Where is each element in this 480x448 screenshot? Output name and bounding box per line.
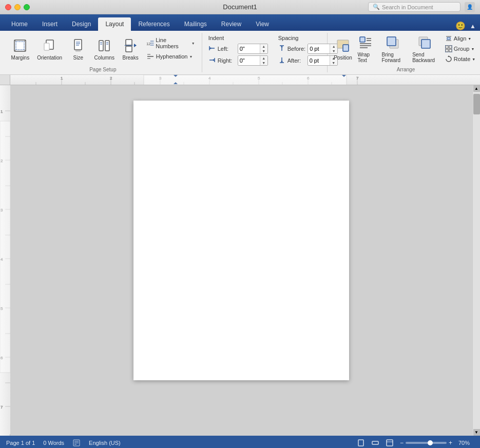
indent-left-up[interactable]: ▲: [260, 44, 267, 49]
word-count-icon[interactable]: [72, 439, 81, 447]
rotate-button[interactable]: Rotate ▼: [443, 54, 478, 64]
line-numbers-button[interactable]: 1 2 Line Numbers ▼: [144, 36, 198, 50]
ruler-horizontal: 1 2 3 4 5 6 7: [10, 75, 480, 85]
tab-insert[interactable]: Insert: [35, 17, 65, 31]
status-bar: Page 1 of 1 0 Words English (US): [0, 436, 480, 448]
margins-button[interactable]: Margins: [8, 36, 32, 62]
toolbar: Home Insert Design Layout References Mai…: [0, 14, 480, 31]
group-button[interactable]: Group ▼: [443, 44, 478, 53]
scroll-thumb[interactable]: [473, 94, 480, 114]
zoom-controls[interactable]: − +: [400, 439, 452, 446]
status-right: − + 70%: [357, 439, 474, 447]
vertical-scrollbar[interactable]: ▲ ▼: [472, 85, 480, 436]
position-button[interactable]: Position: [334, 36, 353, 62]
indent-right-up[interactable]: ▲: [260, 56, 267, 61]
svg-rect-19: [126, 40, 132, 45]
account-icon[interactable]: 👤: [465, 2, 475, 12]
close-button[interactable]: [5, 4, 11, 10]
doc-page: [133, 101, 349, 380]
tab-home[interactable]: Home: [4, 17, 35, 31]
line-numbers-arrow: ▼: [191, 42, 195, 45]
search-bar[interactable]: 🔍 Search in Document: [368, 2, 460, 12]
feedback-icon[interactable]: 🙂: [455, 21, 466, 31]
indent-spacing-group: Indent Left: ▲ ▼: [204, 33, 328, 72]
maximize-button[interactable]: [24, 4, 30, 10]
svg-rect-56: [447, 37, 450, 40]
zoom-out-icon[interactable]: −: [400, 439, 404, 446]
columns-button[interactable]: Columns: [91, 36, 118, 62]
wrap-text-label: Wrap Text: [357, 52, 373, 63]
align-label: Align: [454, 35, 466, 42]
tab-review[interactable]: Review: [214, 17, 248, 31]
svg-rect-61: [449, 49, 452, 52]
spacing-after-label: After:: [287, 57, 305, 64]
orientation-label: Orientation: [37, 55, 62, 61]
indent-left-spinbox[interactable]: ▲ ▼: [238, 44, 268, 54]
ribbon-collapse-icon[interactable]: ▲: [470, 23, 476, 30]
orientation-button[interactable]: Orientation: [34, 36, 65, 62]
wrap-text-button[interactable]: Wrap Text: [354, 33, 376, 65]
indent-right-input[interactable]: [238, 56, 260, 65]
bring-forward-button[interactable]: Bring Forward: [378, 33, 407, 65]
window-title: Document1: [223, 3, 257, 11]
scroll-up-button[interactable]: ▲: [473, 85, 480, 92]
tab-design[interactable]: Design: [65, 17, 98, 31]
indent-right-spinbox[interactable]: ▲ ▼: [238, 55, 268, 66]
spacing-before-label: Before:: [287, 46, 305, 52]
page-setup-content: Margins Orientation: [8, 33, 198, 65]
svg-rect-54: [421, 40, 430, 48]
web-layout-icon[interactable]: [386, 439, 394, 447]
line-numbers-hyphenation-group: 1 2 Line Numbers ▼ Hyphenatio: [144, 36, 198, 62]
svg-rect-117: [372, 441, 378, 444]
ruler-vertical: 1 2 3 4 5 6 7: [0, 85, 10, 436]
indent-left-row: Left: ▲ ▼: [208, 44, 268, 54]
zoom-in-icon[interactable]: +: [449, 439, 452, 446]
minimize-button[interactable]: [14, 4, 21, 10]
send-backward-button[interactable]: Send Backward: [409, 33, 440, 65]
indent-right-down[interactable]: ▼: [260, 61, 267, 65]
word-count: 0 Words: [43, 440, 64, 446]
focus-mode-icon[interactable]: [371, 439, 379, 447]
indent-header: Indent: [208, 35, 268, 42]
spacing-after-row: After: ▲ ▼: [278, 55, 338, 66]
hyphenation-arrow: ▼: [189, 55, 193, 59]
status-left: Page 1 of 1 0 Words English (US): [6, 439, 121, 447]
spacing-after-input[interactable]: [308, 56, 330, 65]
tab-mailings[interactable]: Mailings: [177, 17, 214, 31]
search-placeholder: Search in Document: [382, 4, 433, 10]
zoom-level[interactable]: 70%: [458, 440, 474, 446]
tab-right-controls: 🙂 ▲: [455, 21, 476, 31]
spacing-before-input[interactable]: [308, 44, 330, 53]
bring-forward-icon: [385, 34, 401, 51]
indent-left-arrow: [208, 45, 216, 53]
tab-layout[interactable]: Layout: [98, 17, 131, 31]
zoom-slider[interactable]: [406, 442, 447, 444]
svg-text:1: 1: [61, 76, 63, 81]
indent-left-down[interactable]: ▼: [260, 49, 267, 53]
size-button[interactable]: Size: [67, 36, 89, 62]
scroll-track: [473, 92, 480, 429]
indent-left-label: Left:: [218, 46, 236, 52]
indent-left-input[interactable]: [238, 44, 260, 53]
align-button[interactable]: Align ▼: [443, 34, 478, 43]
svg-rect-9: [75, 50, 81, 52]
columns-label: Columns: [94, 55, 114, 61]
print-layout-icon[interactable]: [357, 439, 365, 447]
hyphenation-button[interactable]: Hyphenation ▼: [144, 51, 198, 62]
tabs-bar: Home Insert Design Layout References Mai…: [0, 14, 480, 31]
scroll-down-button[interactable]: ▼: [473, 429, 480, 436]
margins-label: Margins: [11, 55, 30, 61]
svg-text:7: 7: [1, 405, 3, 410]
wrap-text-icon: [357, 34, 374, 51]
indent-right-arrow: [208, 56, 216, 65]
tab-references[interactable]: References: [131, 17, 177, 31]
traffic-lights: [5, 4, 30, 10]
ribbon: Margins Orientation: [0, 31, 480, 75]
breaks-button[interactable]: Breaks: [119, 36, 141, 62]
svg-text:2: 2: [148, 42, 150, 46]
search-icon: 🔍: [373, 4, 380, 10]
title-bar: Document1 🔍 Search in Document 👤: [0, 0, 480, 14]
tab-view[interactable]: View: [248, 17, 276, 31]
title-bar-right: 🔍 Search in Document 👤: [368, 2, 475, 12]
doc-scroll[interactable]: [10, 85, 472, 436]
